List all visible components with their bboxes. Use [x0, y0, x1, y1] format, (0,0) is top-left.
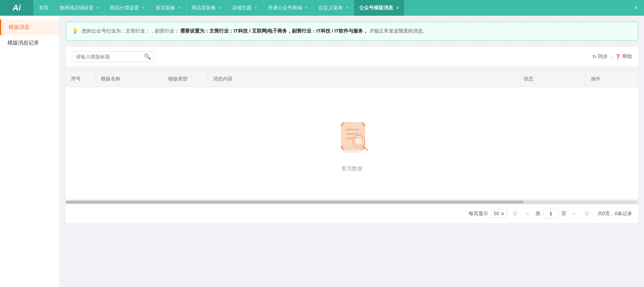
sync-icon: ↻	[592, 54, 597, 59]
empty-icon	[330, 115, 375, 159]
nav-tab-product-decor-label: 商品页装修	[191, 4, 216, 11]
page-size-value: 50	[494, 211, 499, 216]
nav-tab-open-mall[interactable]: 开通公众号商城 ×	[263, 0, 313, 16]
search-input-wrap: 🔍	[72, 51, 154, 62]
svg-point-7	[356, 138, 358, 141]
page-next-button[interactable]: ＞	[569, 209, 579, 219]
nav-tab-custom-menu[interactable]: 自定义菜单 ×	[313, 0, 354, 16]
nav-tab-store-settings-close[interactable]: ×	[96, 5, 99, 10]
nav-tab-store-theme[interactable]: 店铺主题 ×	[227, 0, 263, 16]
page-prev-button[interactable]: ＜	[523, 209, 533, 219]
sidebar-item-template-record[interactable]: 模版消息记录	[0, 35, 59, 51]
nav-tab-store-settings-label: 微商城店铺设置	[59, 4, 93, 11]
help-button[interactable]: ❓ 帮助	[615, 53, 632, 60]
page-total-label: 共0页，0条记录	[598, 210, 632, 217]
nav-tab-category-settings-label: 商品分类设置	[110, 4, 139, 11]
nav-tab-home-decor-close[interactable]: ×	[178, 5, 181, 10]
nav-tab-store-theme-close[interactable]: ×	[255, 5, 257, 10]
pagination: 每页显示 50 ∨ ⟨⟨ ＜ 第 页 ＞ ⟩⟩ 共0页，0条记录	[66, 204, 638, 223]
table-col-name: 模版名称	[96, 71, 163, 87]
page-last-button[interactable]: ⟩⟩	[582, 209, 592, 219]
search-icon[interactable]: 🔍	[144, 53, 151, 60]
sidebar-item-template-message-label: 模版消息	[9, 24, 30, 30]
page-size-dropdown-icon: ∨	[501, 211, 505, 216]
notice-icon: 💡	[72, 28, 78, 34]
page-size-select[interactable]: 50 ∨	[491, 209, 507, 218]
main-layout: 模版消息 模版消息记录 💡 您的公众号行业为：主营行业：，副营行业： 需要设置为…	[0, 16, 644, 287]
table-col-action: 操作	[586, 71, 638, 87]
toolbar-divider: |	[611, 54, 612, 59]
table-col-status: 状态	[518, 71, 586, 87]
nav-tab-store-settings[interactable]: 微商城店铺设置 ×	[54, 0, 105, 16]
search-input[interactable]	[72, 51, 154, 62]
scrollbar-thumb[interactable]	[66, 201, 524, 204]
notice-suffix: 才能正常发送预置的消息。	[369, 28, 428, 34]
nav-tab-home[interactable]: 首页	[34, 0, 54, 16]
horizontal-scrollbar[interactable]	[66, 199, 638, 204]
page-unit: 页	[561, 210, 566, 217]
table-col-content: 消息内容	[208, 71, 518, 87]
nav-close-all-button[interactable]: ×	[629, 4, 644, 11]
notice-box: 💡 您的公众号行业为：主营行业：，副营行业： 需要设置为：主营行业：IT科技 /…	[66, 22, 638, 41]
search-bar: 🔍 ↻ 同步 | ❓ 帮助	[66, 47, 638, 67]
nav-tab-custom-menu-label: 自定义菜单	[318, 4, 343, 11]
sync-label: 同步	[598, 53, 608, 60]
content-area: 💡 您的公众号行业为：主营行业：，副营行业： 需要设置为：主营行业：IT科技 /…	[60, 16, 644, 287]
help-icon: ❓	[615, 54, 621, 59]
nav-tab-home-decor-label: 首页装修	[155, 4, 175, 11]
nav-tab-home-label: 首页	[39, 4, 49, 11]
logo: Ai	[0, 0, 34, 16]
svg-point-5	[355, 137, 363, 146]
sidebar-item-template-record-label: 模版消息记录	[7, 40, 39, 46]
nav-tab-product-decor-close[interactable]: ×	[219, 5, 221, 10]
nav-tab-template-msg-close[interactable]: ×	[396, 5, 399, 10]
empty-text: 暂无数据	[342, 165, 363, 172]
scrollbar-track	[66, 201, 638, 204]
nav-tab-custom-menu-close[interactable]: ×	[346, 5, 348, 10]
page-first-button[interactable]: ⟨⟨	[510, 209, 520, 219]
nav-tab-open-mall-label: 开通公众号商城	[268, 4, 302, 11]
empty-state: 暂无数据	[66, 87, 638, 199]
help-label: 帮助	[622, 53, 632, 60]
nav-tab-product-decor[interactable]: 商品页装修 ×	[186, 0, 227, 16]
page-number-input[interactable]	[543, 209, 558, 219]
nav-tab-template-msg-label: 公众号模版消息	[359, 4, 393, 11]
table-container: 序号 模版名称 模版类型 消息内容 状态 操作	[66, 71, 638, 223]
nav-tab-category-settings[interactable]: 商品分类设置 ×	[105, 0, 150, 16]
nav-tab-category-settings-close[interactable]: ×	[142, 5, 145, 10]
sidebar-item-template-message[interactable]: 模版消息	[0, 19, 59, 35]
page-size-label: 每页显示	[469, 210, 488, 217]
table-col-index: 序号	[66, 71, 96, 87]
top-nav: Ai 首页 微商城店铺设置 × 商品分类设置 × 首页装修 × 商品页装修 × …	[0, 0, 644, 16]
page-label: 第	[536, 210, 540, 217]
sync-button[interactable]: ↻ 同步	[592, 53, 608, 60]
notice-prefix: 您的公众号行业为：主营行业：，副营行业：	[82, 28, 179, 34]
nav-tab-open-mall-close[interactable]: ×	[305, 5, 308, 10]
sidebar: 模版消息 模版消息记录	[0, 16, 60, 287]
notice-highlight: 需要设置为：主营行业：IT科技 / 互联网|电子商务，副营行业：IT科技 / I…	[180, 28, 368, 34]
table-col-type: 模版类型	[163, 71, 208, 87]
toolbar-right: ↻ 同步 | ❓ 帮助	[592, 53, 632, 60]
nav-tab-store-theme-label: 店铺主题	[232, 4, 252, 11]
table-header: 序号 模版名称 模版类型 消息内容 状态 操作	[66, 71, 638, 87]
nav-tab-template-msg[interactable]: 公众号模版消息 ×	[354, 0, 404, 16]
nav-tab-home-decor[interactable]: 首页装修 ×	[150, 0, 186, 16]
